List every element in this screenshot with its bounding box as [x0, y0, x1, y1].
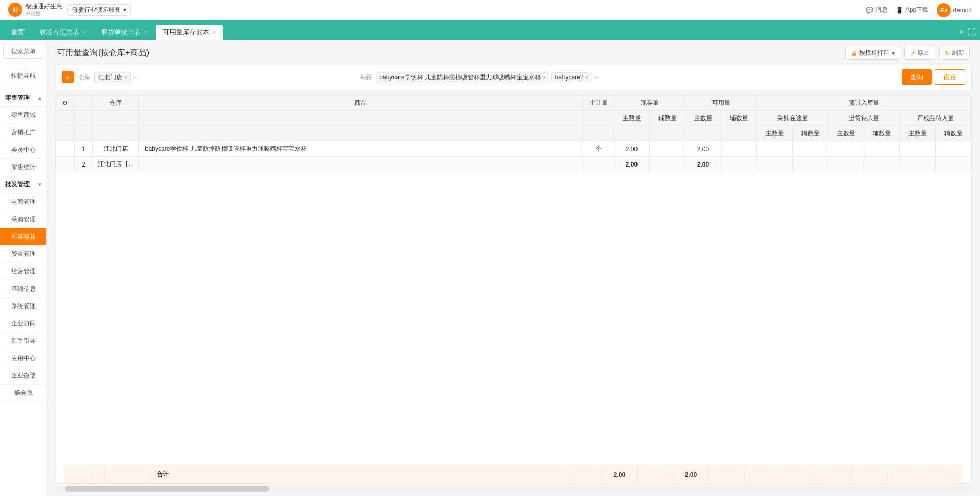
export-label: 导出 [917, 49, 929, 57]
export-icon: ↗ [910, 50, 915, 57]
cell-purchase-main-1 [757, 141, 793, 157]
footer-production-main [888, 465, 923, 483]
app-download-btn[interactable]: 📱 App下载 [896, 6, 928, 14]
cell-stock-main-1: 2.00 [614, 141, 650, 157]
sidebar-item-retail-mall[interactable]: 零售商城 [0, 107, 46, 124]
cell-purchase-main-2 [757, 157, 793, 172]
warehouse-tag-close[interactable]: × [124, 74, 127, 80]
message-btn[interactable]: 💬 消息 [866, 6, 888, 14]
tab-home[interactable]: 首页 [4, 25, 32, 40]
sidebar-item-retail-stats[interactable]: 零售统计 [0, 159, 46, 176]
col-subheader-stock-aux: 辅数量 [650, 111, 685, 126]
warehouse-label: 仓库 [78, 73, 90, 82]
store-name: 母婴行业演示账套 [72, 6, 121, 14]
page-title: 可用量查询(按仓库+商品) [57, 48, 149, 58]
tab-order-stats[interactable]: 要货单统计表 × [94, 25, 154, 40]
col-l3-stock-aux [650, 126, 685, 141]
footer-unit-cell [571, 465, 602, 483]
product-tag-2-close[interactable]: × [585, 74, 589, 80]
col-header-unit: 主计量 [583, 96, 614, 111]
sidebar-item-finance[interactable]: 资金管理 [0, 246, 46, 263]
window-close-icon[interactable]: × [959, 28, 964, 37]
tab-home-label: 首页 [11, 28, 24, 37]
query-btn[interactable]: 查询 [902, 69, 932, 85]
cell-no-1: 1 [75, 141, 93, 157]
main-layout: 搜索菜单 快捷导航 零售管理 ▲ 零售商城 营销推广 会员中心 零售统计 批发管… [0, 40, 980, 496]
tab-available[interactable]: 可用量库存账本 × [156, 25, 223, 40]
chevron-down-icon2: ▼ [37, 182, 42, 187]
message-label: 消息 [875, 6, 888, 14]
window-max-icon[interactable]: ⛶ [968, 28, 976, 37]
tab-summary-close[interactable]: × [83, 29, 86, 35]
product-tag-1-text: babycare学饮杯 儿童防摔防撞吸管杯重力球吸嘴杯宝宝水杯 [379, 73, 541, 82]
col-subheader-production-group: 产成品待入量 [900, 111, 971, 126]
col-header-settings[interactable]: ⚙ [56, 96, 75, 111]
table-row: 1 江北门店 babycare学饮杯 儿童防摔防撞吸管杯重力球吸嘴杯宝宝水杯 个… [56, 141, 971, 157]
cell-unit-2 [583, 157, 614, 172]
footer-stock-aux [638, 465, 673, 483]
horizontal-scrollbar[interactable] [55, 486, 972, 492]
nav-tabs: 首页 收发存汇总表 × 要货单统计表 × 可用量库存账本 × × ⛶ [0, 20, 980, 40]
warehouse-tag-text: 江北门店 [98, 73, 122, 82]
cell-incoming-aux-1 [864, 141, 900, 157]
col-l3-avail-aux [721, 126, 757, 141]
sidebar-group-wholesale-header[interactable]: 批发管理 ▼ [0, 176, 46, 194]
export-btn[interactable]: ↗ 导出 [904, 46, 935, 60]
sidebar-item-operations[interactable]: 经营管理 [0, 263, 46, 280]
warehouse-tag[interactable]: 江北门店 × [94, 72, 131, 83]
filter-toggle-btn[interactable]: » [62, 71, 74, 83]
col-header-forecast-group: 预计入库量 [757, 96, 971, 111]
tab-summary[interactable]: 收发存汇总表 × [33, 25, 93, 40]
tab-summary-label: 收发存汇总表 [40, 28, 80, 37]
sidebar-item-quicknav[interactable]: 快捷导航 [3, 67, 43, 85]
footer-incoming-aux [852, 465, 888, 483]
cell-avail-aux-2 [721, 157, 757, 172]
search-menu-btn[interactable]: 搜索菜单 [3, 44, 43, 59]
logo-area: 好 畅捷通好生意 标准版 [8, 3, 62, 17]
sidebar-item-guide[interactable]: 新手引导 [0, 333, 46, 350]
tab-order-stats-close[interactable]: × [144, 29, 147, 35]
product-more-btn[interactable]: ··· [594, 74, 599, 81]
sidebar-item-marketing[interactable]: 营销推广 [0, 124, 46, 141]
sidebar-item-system[interactable]: 系统管理 [0, 298, 46, 315]
product-tag-1-close[interactable]: × [543, 74, 546, 80]
product-tag-2[interactable]: babycare? × [551, 72, 592, 82]
cell-incoming-main-2 [828, 157, 864, 172]
cell-product-2 [139, 157, 583, 172]
sidebar-search-area: 搜索菜单 [0, 40, 46, 63]
sidebar-item-enterprise[interactable]: 企业协同 [0, 315, 46, 333]
product-tag-1[interactable]: babycare学饮杯 儿童防摔防撞吸管杯重力球吸嘴杯宝宝水杯 × [376, 72, 549, 83]
sidebar-item-members[interactable]: 会员中心 [0, 141, 46, 159]
footer-purchase-aux [780, 465, 816, 483]
cell-incoming-main-1 [828, 141, 864, 157]
sidebar-item-wechat[interactable]: 企业微信 [0, 367, 46, 385]
sidebar-item-inventory[interactable]: 库存核算 [0, 228, 46, 246]
cell-stock-aux-1 [650, 141, 685, 157]
footer-label-cell [68, 465, 86, 483]
filter-area: » 仓库 江北门店 × ··· 商品 babycare学饮杯 儿童防摔防撞吸管杯… [55, 64, 972, 90]
warehouse-more-btn[interactable]: ··· [133, 74, 138, 81]
top-bar: 好 畅捷通好生意 标准版 母婴行业演示账套 ▾ 💬 消息 📱 App下载 Ea … [0, 0, 980, 20]
sidebar-item-member[interactable]: 畅会员 [0, 385, 46, 402]
sidebar-group-retail: 零售管理 ▲ 零售商城 营销推广 会员中心 零售统计 [0, 89, 46, 176]
sidebar-item-app-center[interactable]: 应用中心 [0, 350, 46, 367]
sidebar-quicknav-area: 快捷导航 [0, 63, 46, 89]
product-tags-area: babycare学饮杯 儿童防摔防撞吸管杯重力球吸嘴杯宝宝水杯 × babyca… [376, 72, 898, 83]
scroll-thumb[interactable] [65, 486, 270, 492]
sidebar-item-basic-info[interactable]: 基础信息 [0, 280, 46, 298]
col-l3-product [139, 126, 583, 141]
refresh-btn[interactable]: ↻ 刷新 [939, 46, 970, 60]
table-scroll[interactable]: ⚙ 仓库 商品 主计量 现存量 可用量 预计入库量 [56, 95, 971, 465]
settings-btn[interactable]: 设置 [935, 69, 965, 85]
store-selector[interactable]: 母婴行业演示账套 ▾ [67, 4, 131, 16]
print-btn[interactable]: 🖨 按模板打印 ▾ [845, 46, 900, 60]
sidebar-item-ecommerce[interactable]: 电商管理 [0, 194, 46, 211]
col-subheader-no [75, 111, 93, 126]
user-area[interactable]: Ea demo2 [937, 3, 972, 17]
sidebar-group-retail-header[interactable]: 零售管理 ▲ [0, 89, 46, 107]
page-actions: 🖨 按模板打印 ▾ ↗ 导出 ↻ 刷新 [845, 46, 970, 60]
tab-available-close[interactable]: × [212, 29, 215, 35]
cell-product-1: babycare学饮杯 儿童防摔防撞吸管杯重力球吸嘴杯宝宝水杯 [139, 141, 583, 157]
sidebar-item-purchase[interactable]: 采购管理 [0, 211, 46, 228]
col-header-no [75, 96, 93, 111]
